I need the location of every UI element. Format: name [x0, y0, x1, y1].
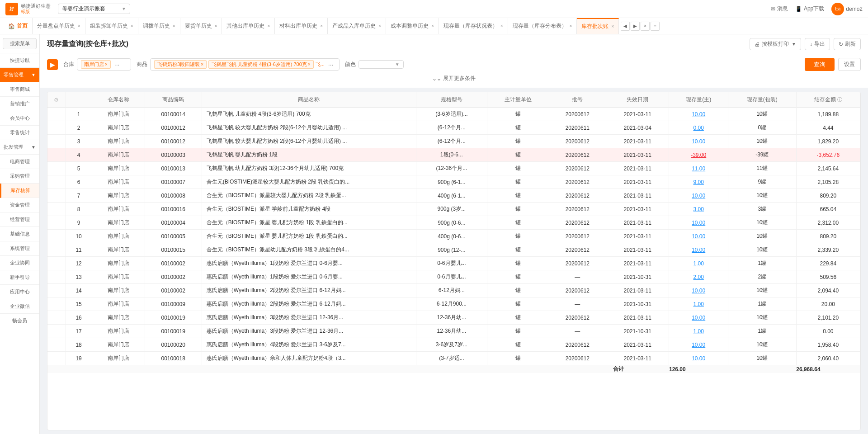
tab-yaohuo[interactable]: 要货单历史 × [180, 18, 222, 34]
warehouse-more-icon[interactable]: ··· [113, 61, 122, 68]
sidebar-item-label: 电商管理 [10, 158, 30, 165]
tab-close-icon[interactable]: × [131, 24, 133, 28]
home-icon: 🏠 [8, 23, 15, 29]
warehouse-tag-close[interactable]: × [105, 62, 108, 67]
sidebar-item-basic-info[interactable]: 基础信息 [0, 227, 39, 241]
tab-close-all-btn[interactable]: × [641, 22, 650, 31]
tab-close-icon[interactable]: × [611, 24, 614, 29]
sidebar-item-retail-stats[interactable]: 零售统计 [0, 126, 39, 140]
tab-kucun2[interactable]: 现存量（库存分布表） × [508, 18, 577, 34]
print-btn[interactable]: 🖨 按模板打印 ▼ [750, 38, 801, 50]
sidebar-search-section: 搜索菜单 [0, 34, 39, 53]
tab-next-btn[interactable]: ▶ [631, 22, 640, 31]
sidebar-item-retail-mgmt[interactable]: 零售管理 ▼ [0, 68, 39, 82]
goods-more-icon[interactable]: ··· [326, 61, 335, 68]
chevron-down-icon: ▼ [122, 6, 126, 11]
tab-menu-btn[interactable]: ≡ [651, 22, 660, 31]
chevron-icon: ▼ [31, 145, 36, 150]
tab-home[interactable]: 🏠 首页 [4, 18, 33, 34]
tab-close-icon[interactable]: × [320, 24, 323, 28]
sidebar-item-label: 经营管理 [10, 216, 30, 223]
query-btn[interactable]: 查询 [805, 58, 835, 71]
color-selector[interactable]: ▼ [359, 60, 404, 69]
sidebar-item-label: 应用中心 [10, 288, 30, 295]
table-container: ⚙ 仓库名称 商品编码 商品名称 规格型号 主计量单位 批号 失效日期 现存量(… [47, 92, 861, 430]
app-download-btn[interactable]: 📱 App下载 [795, 5, 824, 13]
tab-close-icon[interactable]: × [78, 24, 80, 28]
tab-chengpin[interactable]: 产成品入库单历史 × [328, 18, 386, 34]
tab-chengben[interactable]: 成本调整单历史 × [386, 18, 439, 34]
sidebar-item-operations[interactable]: 经营管理 [0, 212, 39, 227]
sidebar-item-enterprise[interactable]: 企业协同 [0, 256, 39, 270]
table-row: 8 南岸门店 00100016 合生元（BIOSTIME）派星 学龄前儿童配方奶… [47, 203, 860, 216]
sidebar-item-label: 系统管理 [10, 245, 30, 252]
sidebar-item-app-center[interactable]: 应用中心 [0, 285, 39, 299]
tab-zuzhuang[interactable]: 组装拆卸单历史 × [85, 18, 138, 34]
refresh-btn[interactable]: ↻ 刷新 [834, 38, 861, 50]
table-row: 2 南岸门店 00100012 飞鹤星飞帆 较大婴儿配方奶粉 2段(6-12个月… [47, 121, 860, 135]
sidebar-item-sys-mgmt[interactable]: 系统管理 [0, 241, 39, 256]
sidebar-item-guide[interactable]: 新手引导 [0, 270, 39, 285]
settings-btn[interactable]: 设置 [838, 58, 861, 71]
sidebar-item-label: 新手引导 [10, 274, 30, 281]
tab-qtchuku[interactable]: 其他出库单历史 × [222, 18, 275, 34]
sidebar-item-finance[interactable]: 资金管理 [0, 198, 39, 212]
goods-tag-close-2[interactable]: × [308, 62, 311, 67]
tab-close-icon[interactable]: × [570, 24, 572, 28]
tab-close-icon[interactable]: × [431, 24, 434, 28]
user-menu[interactable]: Ea demo2 [831, 3, 863, 15]
avatar: Ea [831, 3, 844, 15]
quick-nav-btn[interactable]: 快捷导航 [3, 55, 37, 66]
warehouse-selector[interactable]: 南岸门店 × ··· [77, 58, 131, 71]
tab-close-icon[interactable]: × [500, 24, 503, 28]
col-spec: 规格型号 [416, 92, 487, 108]
tab-fenpan[interactable]: 分量盘点单历史 × [33, 18, 85, 34]
sidebar-item-purchase[interactable]: 采购管理 [0, 169, 39, 184]
tab-close-icon[interactable]: × [215, 24, 217, 28]
sidebar-item-member[interactable]: 会员中心 [0, 111, 39, 126]
tab-close-icon[interactable]: × [267, 24, 270, 28]
tab-cailiao[interactable]: 材料出库单历史 × [275, 18, 328, 34]
tab-close-icon[interactable]: × [173, 24, 175, 28]
sidebar-item-member2[interactable]: 畅会员 [0, 314, 39, 328]
goods-tag-1: 飞鹤奶粉3段四罐装 × [154, 60, 207, 69]
tab-kucun1[interactable]: 现存量（库存状况表） × [439, 18, 508, 34]
col-sort: ⚙ [47, 92, 66, 108]
sidebar-item-label: 库存核算 [10, 187, 30, 194]
sidebar-item-inventory[interactable]: 库存核算 [0, 184, 39, 198]
message-btn[interactable]: ✉ 消息 [771, 5, 788, 13]
logo-text: 畅捷通好生意 标版 [21, 3, 51, 14]
tab-close-icon[interactable]: × [378, 24, 381, 28]
sidebar-item-label: 批发管理 [4, 144, 24, 151]
filter-bar: ▶ 合库 南岸门店 × ··· 商品 [40, 54, 868, 88]
tab-diaob[interactable]: 调拨单历史 × [138, 18, 180, 34]
expand-filter-btn[interactable]: ▶ [47, 59, 58, 70]
expand-more-btn[interactable]: ⌄⌄ 展开更多条件 [47, 73, 861, 84]
sidebar-item-label: 会员中心 [10, 115, 30, 122]
warehouse-tag: 南岸门店 × [81, 60, 111, 69]
tab-bar: 🏠 首页 分量盘点单历史 × 组装拆卸单历史 × 调拨单历史 × 要货单历史 ×… [0, 18, 868, 34]
sidebar-item-wholesale[interactable]: 批发管理 ▼ [0, 140, 39, 155]
search-menu-btn[interactable]: 搜索菜单 [3, 38, 37, 49]
sidebar-item-marketing[interactable]: 营销推广 [0, 97, 39, 111]
table-row: 7 南岸门店 00100008 合生元（BIOSTIME）派星较大婴儿配方奶粉 … [47, 189, 860, 203]
goods-selector[interactable]: 飞鹤奶粉3段四罐装 × 飞鹤星飞帆 儿童奶粉 4段(3-6岁适用) 700克 ×… [150, 58, 340, 71]
top-actions: ✉ 消息 📱 App下载 Ea demo2 [771, 3, 863, 15]
tab-kucunpici[interactable]: 库存批次账 × [577, 18, 619, 34]
sidebar-item-ecommerce[interactable]: 电商管理 [0, 155, 39, 169]
table-row: 6 南岸门店 00100007 合生元(BIOSTIME)派星较大婴儿配方奶粉 … [47, 175, 860, 189]
settings-icon[interactable]: ⚙ [54, 97, 59, 103]
query-actions: 查询 设置 [805, 58, 861, 71]
tab-prev-btn[interactable]: ◀ [621, 22, 630, 31]
sidebar-item-wechat[interactable]: 企业微信 [0, 299, 39, 314]
goods-tag-close-1[interactable]: × [201, 62, 203, 67]
sidebar-quicknav-section: 快捷导航 [0, 53, 39, 68]
org-selector[interactable]: 母婴行业演示账套 ▼ [58, 4, 130, 14]
table-row: 13 南岸门店 00100002 惠氏启膳（Wyeth illuma）1段奶粉 … [47, 270, 860, 284]
info-icon[interactable]: ⓘ [837, 97, 842, 102]
expand-icon: ⌄⌄ [432, 75, 441, 82]
export-btn[interactable]: ↓ 导出 [805, 38, 830, 50]
chevron-down-icon: ▼ [792, 42, 796, 47]
sidebar-item-retail-mall[interactable]: 零售商城 [0, 82, 39, 97]
sidebar-item-label: 基础信息 [10, 231, 30, 237]
